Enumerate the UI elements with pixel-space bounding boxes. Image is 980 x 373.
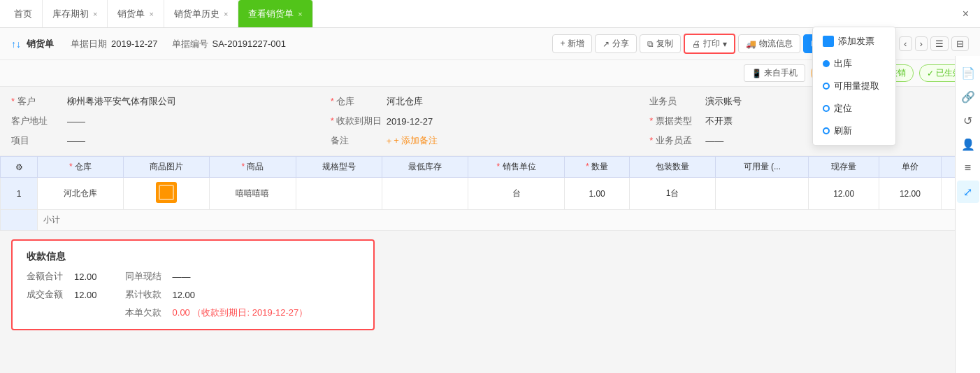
print-dropdown-arrow: ▾ [723, 39, 727, 49]
ticket-type-field: 票据类型 不开票 [649, 115, 969, 127]
amount-total-value: 12.00 [74, 272, 97, 282]
row-unit-price: 12.00 [879, 178, 941, 210]
address-value: —— [67, 116, 331, 127]
row-unit: 台 [468, 178, 564, 210]
tab-sales-order[interactable]: 销货单 × [108, 0, 164, 27]
address-label: 客户地址 [11, 115, 67, 127]
salesperson-field: 业务员 演示账号 [649, 95, 969, 108]
tab-close-history[interactable]: × [224, 10, 228, 18]
new-button[interactable]: + 新增 [552, 34, 591, 53]
copy-button[interactable]: ⧉ 复制 [640, 34, 681, 53]
product-thumbnail [156, 182, 177, 203]
transaction-amount-label: 成交金额 [27, 288, 69, 301]
add-invoice-icon [823, 36, 834, 47]
doc-icon: ↑↓ [11, 38, 21, 50]
current-arrears-item: 本单欠款 0.00 （收款到期日: 2019-12-27） [125, 307, 308, 319]
list-view-button[interactable]: ☰ [930, 36, 949, 51]
subtotal-row: 小计 [1, 210, 980, 231]
tab-bar-close-button[interactable]: × [957, 5, 974, 23]
locate-icon [823, 105, 830, 112]
doc-date-field: 单据日期 2019-12-27 [71, 38, 158, 50]
doc-title: 销货单 [27, 38, 54, 50]
col-spec: 规格型号 [296, 157, 382, 178]
warehouse-label: 仓库 [331, 95, 387, 108]
row-warehouse: 河北仓库 [38, 178, 124, 210]
warehouse-out-icon [823, 60, 830, 67]
doc-date-label: 单据日期 [71, 38, 107, 50]
col-product-img: 商品图片 [124, 157, 210, 178]
next-button[interactable]: › [915, 36, 928, 51]
cumulative-receipt-value: 12.00 [173, 290, 196, 300]
menu-warehouse-out[interactable]: 出库 [813, 52, 895, 75]
warehouse-field: 仓库 河北仓库 [331, 95, 650, 108]
cumulative-receipt-label: 累计收款 [125, 288, 167, 301]
add-note-button[interactable]: + + 添加备注 [387, 134, 438, 147]
tab-view-sales[interactable]: 查看销货单 × [238, 0, 312, 27]
tab-close-view[interactable]: × [298, 10, 302, 18]
prev-button[interactable]: ‹ [899, 36, 911, 51]
grid-view-button[interactable]: ⊟ [951, 36, 969, 51]
col-available: 可用量 (... [716, 157, 809, 178]
customer-value: 柳州粤港平安气体有限公司 [67, 95, 331, 108]
project-label: 项目 [11, 134, 67, 147]
same-order-label: 同单现结 [125, 270, 167, 283]
row-product: 嘻嘻嘻嘻 [210, 178, 296, 210]
phone-icon: 📱 [751, 69, 762, 78]
salesperson-label: 业务员 [649, 95, 705, 108]
row-min-stock [382, 178, 468, 210]
tab-sales-history[interactable]: 销货单历史 × [164, 0, 238, 27]
row-product-img [124, 178, 210, 210]
table-wrap: ⚙ 仓库 商品图片 商品 规格型号 最低库存 销售单位 数量 包装数量 可用量 … [0, 156, 980, 231]
row-available [716, 178, 809, 210]
col-unit: 销售单位 [468, 157, 564, 178]
same-order-value: —— [173, 272, 191, 282]
customer-field: 客户 柳州粤港平安气体有限公司 [11, 95, 331, 108]
transaction-amount-item: 成交金额 12.00 [27, 288, 97, 301]
row-package-qty: 1台 [630, 178, 716, 210]
share-button[interactable]: ↗ 分享 [595, 34, 637, 53]
col-current-stock: 现存量 [809, 157, 879, 178]
menu-available-extract[interactable]: 可用量提取 [813, 75, 895, 97]
col-gear: ⚙ [1, 157, 38, 178]
tab-close-inventory[interactable]: × [93, 10, 97, 18]
subtotal-label: 小计 [38, 210, 980, 231]
warehouse-value: 河北仓库 [387, 95, 650, 108]
sidebar-doc-icon[interactable]: 📄 [957, 62, 979, 84]
subtotal-seq [1, 210, 38, 231]
available-extract-icon [823, 83, 830, 90]
sidebar-list-icon[interactable]: ≡ [957, 157, 979, 179]
receipt-title: 收款信息 [27, 251, 359, 263]
print-button[interactable]: 🖨 打印 ▾ [684, 34, 735, 54]
menu-add-invoice[interactable]: 添加发票 [813, 30, 895, 52]
transaction-amount-value: 12.00 [74, 290, 97, 300]
from-phone-button[interactable]: 📱 来自手机 [744, 64, 805, 82]
tab-bar: 首页 库存期初 × 销货单 × 销货单历史 × 查看销货单 × × [0, 0, 980, 28]
logistics-button[interactable]: 🚚 物流信息 [738, 34, 800, 53]
share-icon: ↗ [603, 39, 610, 49]
col-package-qty: 包装数量 [630, 157, 716, 178]
note-label: 备注 [331, 134, 387, 147]
col-unit-price: 单价 [879, 157, 941, 178]
row-qty: 1.00 [565, 178, 630, 210]
cumulative-receipt-item: 累计收款 12.00 [125, 288, 308, 301]
doc-number-label: 单据编号 [172, 38, 208, 50]
payment-date-label: 收款到期日 [331, 115, 387, 127]
menu-locate[interactable]: 定位 [813, 97, 895, 120]
col-product: 商品 [210, 157, 296, 178]
effective-icon: ✓ [927, 69, 934, 78]
sidebar-link-icon[interactable]: 🔗 [957, 85, 979, 108]
col-qty: 数量 [565, 157, 630, 178]
sidebar-expand-icon[interactable]: ⤢ [957, 181, 979, 203]
project-value: —— [67, 136, 331, 146]
copy-icon: ⧉ [647, 39, 654, 49]
tab-inventory-init[interactable]: 库存期初 × [43, 0, 108, 27]
menu-refresh[interactable]: 刷新 [813, 120, 895, 142]
receipt-col-left: 金额合计 12.00 成交金额 12.00 [27, 270, 97, 319]
operation-dropdown: 添加发票 出库 可用量提取 定位 刷新 [812, 27, 896, 146]
sidebar-refresh-icon[interactable]: ↺ [957, 109, 979, 132]
tab-home[interactable]: 首页 [6, 0, 43, 27]
tab-close-sales[interactable]: × [149, 10, 153, 18]
sidebar-user-icon[interactable]: 👤 [957, 133, 979, 155]
table-row: 1 河北仓库 嘻嘻嘻嘻 台 1.00 1台 12.00 12.00 0. [1, 178, 980, 210]
current-arrears-value: 0.00 （收款到期日: 2019-12-27） [173, 307, 308, 319]
